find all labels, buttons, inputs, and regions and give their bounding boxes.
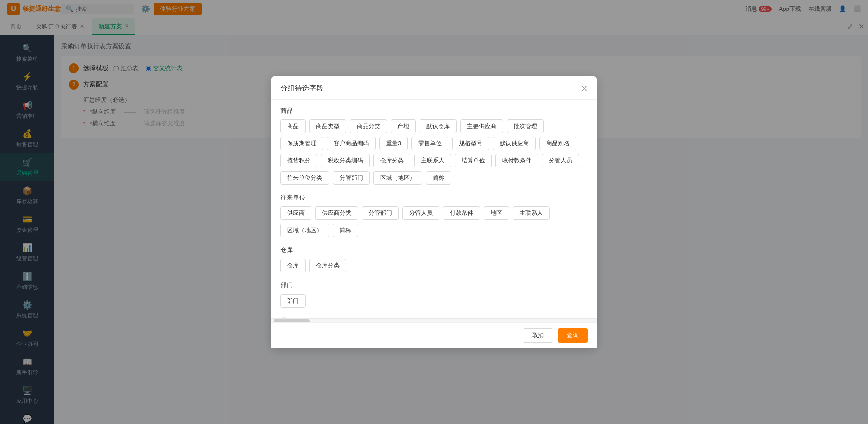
field-tag-main-contact[interactable]: 主联系人 (414, 154, 451, 167)
field-tag-manage-dept[interactable]: 分管部门 (333, 171, 370, 185)
section-warehouse-title: 仓库 (280, 246, 588, 254)
section-warehouse-tags: 仓库 仓库分类 (280, 259, 588, 272)
section-department: 部门 部门 (280, 281, 588, 308)
field-tag-department[interactable]: 部门 (280, 294, 306, 308)
field-tag-main-contact2[interactable]: 主联系人 (513, 206, 550, 220)
field-tag-main-supplier[interactable]: 主要供应商 (460, 119, 503, 133)
field-tag-counterpart-cat[interactable]: 往来单位分类 (280, 171, 329, 185)
field-tag-origin[interactable]: 产地 (391, 119, 416, 133)
field-tag-supplier[interactable]: 供应商 (280, 206, 311, 220)
horizontal-scrollbar[interactable] (271, 318, 597, 322)
modal-overlay: 分组待选字段 ✕ 商品 商品 商品类型 商品分类 产地 默认仓库 主要供应商 批… (0, 0, 868, 424)
section-warehouse: 仓库 仓库 仓库分类 (280, 246, 588, 272)
field-tag-payment-terms[interactable]: 收付款条件 (495, 154, 538, 167)
field-tag-short-name[interactable]: 简称 (426, 171, 451, 185)
modal-body: 商品 商品 商品类型 商品分类 产地 默认仓库 主要供应商 批次管理 保质期管理… (271, 100, 597, 318)
section-department-title: 部门 (280, 281, 588, 290)
field-tag-settle-unit[interactable]: 结算单位 (455, 154, 492, 167)
field-selection-modal: 分组待选字段 ✕ 商品 商品 商品类型 商品分类 产地 默认仓库 主要供应商 批… (271, 76, 597, 348)
modal-footer: 取消 查询 (271, 322, 597, 348)
field-tag-abbr[interactable]: 简称 (333, 224, 358, 237)
section-goods-title: 商品 (280, 107, 588, 115)
section-goods: 商品 商品 商品类型 商品分类 产地 默认仓库 主要供应商 批次管理 保质期管理… (280, 107, 588, 185)
cancel-button[interactable]: 取消 (523, 328, 553, 343)
field-tag-supervisor[interactable]: 分管人员 (542, 154, 579, 167)
field-tag-region[interactable]: 区域（地区） (373, 171, 422, 185)
field-tag-goods-type[interactable]: 商品类型 (309, 119, 346, 133)
field-tag-spec-model[interactable]: 规格型号 (452, 137, 489, 150)
field-tag-warehouse-cat[interactable]: 仓库分类 (373, 154, 410, 167)
section-counterpart: 往来单位 供应商 供应商分类 分管部门 分管人员 付款条件 地区 主联系人 区域… (280, 194, 588, 237)
confirm-button[interactable]: 查询 (558, 328, 588, 343)
field-tag-pay-terms[interactable]: 付款条件 (443, 206, 480, 220)
field-tag-tax-code[interactable]: 税收分类编码 (321, 154, 370, 167)
section-department-tags: 部门 (280, 294, 588, 308)
field-tag-area[interactable]: 地区 (484, 206, 509, 220)
section-counterpart-tags: 供应商 供应商分类 分管部门 分管人员 付款条件 地区 主联系人 区域（地区） … (280, 206, 588, 237)
section-goods-tags: 商品 商品类型 商品分类 产地 默认仓库 主要供应商 批次管理 保质期管理 客户… (280, 119, 588, 185)
field-tag-warehouse-class[interactable]: 仓库分类 (309, 259, 346, 272)
field-tag-default-warehouse[interactable]: 默认仓库 (420, 119, 457, 133)
field-tag-customer-code[interactable]: 客户商品编码 (327, 137, 376, 150)
field-tag-shelf-life[interactable]: 保质期管理 (280, 137, 323, 150)
modal-close-btn[interactable]: ✕ (581, 84, 588, 94)
field-tag-goods-category[interactable]: 商品分类 (350, 119, 387, 133)
field-tag-goods[interactable]: 商品 (280, 119, 306, 133)
field-tag-region2[interactable]: 区域（地区） (280, 224, 329, 237)
field-tag-batch[interactable]: 批次管理 (507, 119, 544, 133)
field-tag-default-supplier[interactable]: 默认供应商 (493, 137, 536, 150)
field-tag-goods-alias[interactable]: 商品别名 (539, 137, 576, 150)
modal-header: 分组待选字段 ✕ (271, 76, 597, 100)
field-tag-retail-unit[interactable]: 零售单位 (411, 137, 448, 150)
field-tag-pick-points[interactable]: 拣货积分 (280, 154, 317, 167)
field-tag-supplier-cat[interactable]: 供应商分类 (315, 206, 358, 220)
modal-title: 分组待选字段 (280, 84, 324, 93)
field-tag-manage-person[interactable]: 分管人员 (402, 206, 439, 220)
field-tag-weight3[interactable]: 重量3 (379, 137, 408, 150)
field-tag-warehouse[interactable]: 仓库 (280, 259, 306, 272)
field-tag-dept[interactable]: 分管部门 (362, 206, 399, 220)
section-counterpart-title: 往来单位 (280, 194, 588, 202)
